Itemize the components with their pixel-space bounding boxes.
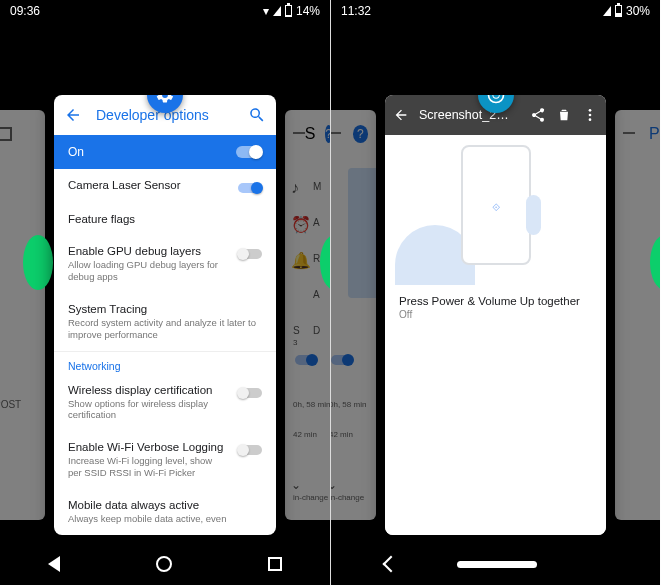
music-note-icon: ♪ bbox=[291, 179, 305, 193]
toggle-wdc[interactable] bbox=[238, 388, 262, 398]
mini-toggle bbox=[295, 355, 317, 365]
battery-icon bbox=[615, 5, 622, 17]
recents-peek-right[interactable]: P bbox=[615, 110, 660, 520]
recents-peek-left[interactable]: ? 0h, 58 min 42 min ⌄ in-change bbox=[330, 110, 376, 520]
battery-icon bbox=[285, 5, 292, 17]
battery-illustration bbox=[348, 168, 376, 298]
nav-home-pill[interactable] bbox=[457, 561, 537, 568]
master-switch-row[interactable]: On bbox=[54, 135, 276, 169]
row-mobile-data-active[interactable]: Mobile data always active Always keep mo… bbox=[54, 489, 276, 535]
battery-percent: 30% bbox=[626, 4, 650, 18]
row-wifi-verbose[interactable]: Enable Wi-Fi Verbose Logging Increase Wi… bbox=[54, 431, 276, 489]
back-arrow-icon bbox=[623, 126, 639, 142]
peek-post-label: POST bbox=[0, 399, 21, 410]
recents-card-screenshot-viewer[interactable]: Screenshot_2…05… ⟐ Press Power & Volume … bbox=[385, 95, 606, 535]
tab-icon bbox=[0, 127, 12, 141]
svg-point-2 bbox=[589, 114, 592, 117]
recents-peek-left[interactable]: POST bbox=[0, 110, 45, 520]
nav-back-icon[interactable] bbox=[48, 556, 60, 572]
refresh-circle-icon bbox=[486, 95, 506, 105]
peek-title-letter: S bbox=[305, 125, 316, 143]
recents-peek-right[interactable]: S ? ♪M ⏰A 🔔R A D S3 0h, 58 min 42 min ⌄ … bbox=[285, 110, 330, 520]
back-arrow-icon bbox=[330, 126, 343, 142]
vibrate-icon: ⟐ bbox=[492, 198, 500, 214]
assistant-blob-left bbox=[23, 235, 53, 290]
back-arrow-icon bbox=[293, 126, 295, 142]
toggle-wifi-verbose[interactable] bbox=[238, 445, 262, 455]
recents-card-developer-options[interactable]: Developer options On Camera Laser Sensor… bbox=[54, 95, 276, 535]
row-gpu-debug[interactable]: Enable GPU debug layers Allow loading GP… bbox=[54, 235, 276, 293]
nav-bar bbox=[0, 543, 330, 585]
chevron-down-icon: ⌄ bbox=[330, 478, 337, 492]
back-arrow-icon[interactable] bbox=[64, 106, 82, 124]
signal-icon bbox=[273, 6, 281, 16]
duration-1: 0h, 58 min bbox=[293, 400, 330, 409]
nav-recents-icon[interactable] bbox=[268, 557, 282, 571]
row-feature-flags[interactable]: Feature flags bbox=[54, 203, 276, 235]
chevron-down-icon: ⌄ bbox=[291, 478, 301, 492]
clock: 11:32 bbox=[341, 4, 371, 18]
duration-2: 42 min bbox=[293, 430, 317, 439]
phone-right: 11:32 30% ? 0h, 58 min 42 min ⌄ in-chang… bbox=[330, 0, 660, 585]
svg-point-3 bbox=[589, 118, 592, 121]
row-wireless-display-cert[interactable]: Wireless display certification Show opti… bbox=[54, 374, 276, 432]
toggle-camera-laser[interactable] bbox=[238, 183, 262, 193]
svg-point-0 bbox=[488, 95, 503, 103]
footer-text: in-change bbox=[330, 493, 364, 502]
row-system-tracing[interactable]: System Tracing Record system activity an… bbox=[54, 293, 276, 351]
caption-row[interactable]: Press Power & Volume Up together Off bbox=[385, 285, 606, 330]
nav-bar bbox=[331, 543, 660, 585]
footer-text: in-change bbox=[293, 493, 328, 502]
master-switch-label: On bbox=[68, 145, 84, 159]
mini-toggle bbox=[331, 355, 353, 365]
signal-icon bbox=[603, 6, 611, 16]
share-icon[interactable] bbox=[530, 107, 546, 123]
nav-home-icon[interactable] bbox=[156, 556, 172, 572]
alarm-icon: ⏰ bbox=[291, 215, 305, 229]
battery-percent: 14% bbox=[296, 4, 320, 18]
clock: 09:36 bbox=[10, 4, 40, 18]
status-bar: 09:36 ▾ 14% bbox=[0, 0, 330, 22]
master-switch[interactable] bbox=[236, 146, 262, 158]
more-vert-icon[interactable] bbox=[582, 107, 598, 123]
screenshot-illustration: ⟐ bbox=[385, 135, 606, 285]
nav-back-icon[interactable] bbox=[382, 556, 399, 573]
recents-stage: POST S ? ♪M ⏰A 🔔R A D S3 0h, 58 min 42 m… bbox=[0, 95, 330, 535]
row-camera-laser[interactable]: Camera Laser Sensor bbox=[54, 169, 276, 203]
bell-icon: 🔔 bbox=[291, 251, 305, 265]
phone-left: 09:36 ▾ 14% POST S ? ♪M ⏰A 🔔R A bbox=[0, 0, 330, 585]
duration-2: 42 min bbox=[330, 430, 353, 439]
help-icon: ? bbox=[353, 125, 368, 143]
recents-stage: ? 0h, 58 min 42 min ⌄ in-change P Screen… bbox=[331, 95, 660, 535]
toggle-gpu-debug[interactable] bbox=[238, 249, 262, 259]
back-arrow-icon[interactable] bbox=[393, 107, 409, 123]
trash-icon[interactable] bbox=[556, 107, 572, 123]
search-icon[interactable] bbox=[248, 106, 266, 124]
status-bar: 11:32 30% bbox=[331, 0, 660, 22]
svg-point-1 bbox=[589, 109, 592, 112]
duration-1: 0h, 58 min bbox=[330, 400, 366, 409]
gear-icon bbox=[155, 95, 175, 105]
section-networking: Networking bbox=[54, 352, 276, 374]
wifi-icon: ▾ bbox=[263, 4, 269, 18]
